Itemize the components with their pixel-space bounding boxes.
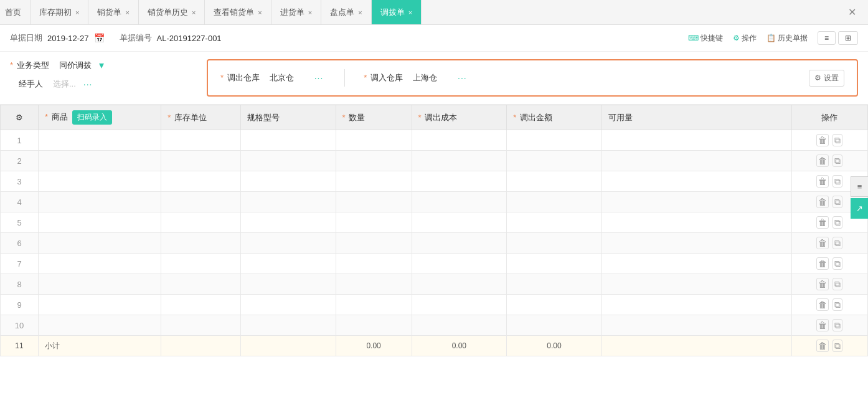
available-cell[interactable]: [601, 254, 791, 274]
amount-cell[interactable]: [507, 254, 602, 274]
copy-row-icon[interactable]: ⧉: [833, 257, 842, 270]
cost-cell[interactable]: [412, 151, 507, 171]
close-tab-icon[interactable]: ×: [125, 9, 129, 16]
quantity-cell[interactable]: [336, 151, 412, 171]
cost-cell[interactable]: [412, 295, 507, 315]
unit-cell[interactable]: [161, 130, 241, 151]
product-cell[interactable]: [39, 212, 161, 233]
amount-cell[interactable]: [507, 212, 602, 233]
copy-icon[interactable]: ⧉: [833, 340, 842, 352]
handler-more-btn[interactable]: ···: [81, 79, 95, 89]
unit-cell[interactable]: [161, 274, 241, 295]
available-cell[interactable]: [601, 233, 791, 254]
copy-row-icon[interactable]: ⧉: [833, 237, 842, 249]
quantity-cell[interactable]: [336, 212, 412, 233]
copy-row-icon[interactable]: ⧉: [833, 319, 842, 331]
quantity-cell[interactable]: [336, 254, 412, 274]
close-tab-icon[interactable]: ×: [308, 9, 312, 16]
quantity-cell[interactable]: [336, 274, 412, 295]
cost-cell[interactable]: [412, 315, 507, 336]
cost-cell[interactable]: [412, 233, 507, 254]
unit-cell[interactable]: [161, 315, 241, 336]
amount-cell[interactable]: [507, 274, 602, 295]
copy-row-icon[interactable]: ⧉: [833, 278, 842, 290]
quantity-cell[interactable]: [336, 171, 412, 192]
product-cell[interactable]: [39, 151, 161, 171]
copy-row-icon[interactable]: ⧉: [833, 216, 842, 229]
transfer-out-more-btn[interactable]: ···: [312, 73, 326, 83]
cost-cell[interactable]: [412, 212, 507, 233]
available-cell[interactable]: [601, 130, 791, 151]
gear-col-icon[interactable]: ⚙: [16, 113, 23, 122]
tab-home[interactable]: 首页: [5, 0, 31, 24]
delete-row-icon[interactable]: 🗑: [816, 196, 829, 208]
close-tab-icon[interactable]: ×: [258, 9, 262, 16]
copy-row-icon[interactable]: ⧉: [833, 155, 842, 167]
grid-view-button[interactable]: ⊞: [838, 31, 858, 45]
cost-cell[interactable]: [412, 130, 507, 151]
amount-cell[interactable]: [507, 233, 602, 254]
product-cell[interactable]: [39, 274, 161, 295]
spec-cell[interactable]: [240, 233, 336, 254]
float-export-btn[interactable]: ↗: [851, 198, 868, 219]
calendar-icon[interactable]: 📅: [94, 33, 105, 43]
history-action[interactable]: 📋 历史单据: [767, 33, 808, 44]
product-cell[interactable]: [39, 315, 161, 336]
scan-entry-btn[interactable]: 扫码录入: [72, 110, 112, 125]
unit-cell[interactable]: [161, 151, 241, 171]
quantity-cell[interactable]: [336, 192, 412, 212]
unit-cell[interactable]: [161, 171, 241, 192]
copy-row-icon[interactable]: ⧉: [833, 196, 842, 208]
delete-row-icon[interactable]: 🗑: [816, 134, 829, 146]
spec-cell[interactable]: [240, 151, 336, 171]
close-tab-icon[interactable]: ×: [192, 9, 196, 16]
unit-cell[interactable]: [161, 254, 241, 274]
delete-row-icon[interactable]: 🗑: [816, 155, 829, 167]
cost-cell[interactable]: [412, 171, 507, 192]
spec-cell[interactable]: [240, 130, 336, 151]
tab-inventory-init[interactable]: 库存期初 ×: [31, 0, 88, 24]
spec-cell[interactable]: [240, 315, 336, 336]
cost-cell[interactable]: [412, 254, 507, 274]
delete-row-icon[interactable]: 🗑: [816, 237, 829, 249]
spec-cell[interactable]: [240, 254, 336, 274]
available-cell[interactable]: [601, 151, 791, 171]
close-active-tab-icon[interactable]: ×: [408, 9, 412, 16]
spec-cell[interactable]: [240, 274, 336, 295]
float-list-btn[interactable]: ≡: [851, 176, 868, 197]
unit-cell[interactable]: [161, 212, 241, 233]
copy-row-icon[interactable]: ⧉: [833, 175, 842, 188]
list-view-button[interactable]: ≡: [818, 31, 836, 45]
cost-cell[interactable]: [412, 274, 507, 295]
delete-row-icon[interactable]: 🗑: [816, 278, 829, 290]
spec-cell[interactable]: [240, 295, 336, 315]
tab-sales-history[interactable]: 销货单历史 ×: [139, 0, 205, 24]
quantity-cell[interactable]: [336, 295, 412, 315]
tab-view-sales[interactable]: 查看销货单 ×: [205, 0, 271, 24]
spec-cell[interactable]: [240, 192, 336, 212]
available-cell[interactable]: [601, 295, 791, 315]
amount-cell[interactable]: [507, 151, 602, 171]
unit-cell[interactable]: [161, 192, 241, 212]
unit-cell[interactable]: [161, 233, 241, 254]
delete-row-icon[interactable]: 🗑: [816, 319, 829, 331]
available-cell[interactable]: [601, 274, 791, 295]
delete-row-icon[interactable]: 🗑: [816, 216, 829, 229]
available-cell[interactable]: [601, 171, 791, 192]
amount-cell[interactable]: [507, 130, 602, 151]
delete-row-icon[interactable]: 🗑: [816, 298, 829, 311]
product-cell[interactable]: [39, 171, 161, 192]
quantity-cell[interactable]: [336, 315, 412, 336]
business-type-dropdown[interactable]: ▾: [97, 59, 106, 71]
delete-row-icon[interactable]: 🗑: [816, 175, 829, 188]
transfer-in-more-btn[interactable]: ···: [455, 73, 469, 83]
product-cell[interactable]: [39, 233, 161, 254]
tab-sales-order[interactable]: 销货单 ×: [88, 0, 138, 24]
amount-cell[interactable]: [507, 295, 602, 315]
close-tab-icon[interactable]: ×: [75, 9, 79, 16]
delete-row-icon[interactable]: 🗑: [816, 257, 829, 270]
close-tab-icon[interactable]: ×: [358, 9, 362, 16]
amount-cell[interactable]: [507, 171, 602, 192]
tab-inventory-count[interactable]: 盘点单 ×: [321, 0, 371, 24]
available-cell[interactable]: [601, 192, 791, 212]
